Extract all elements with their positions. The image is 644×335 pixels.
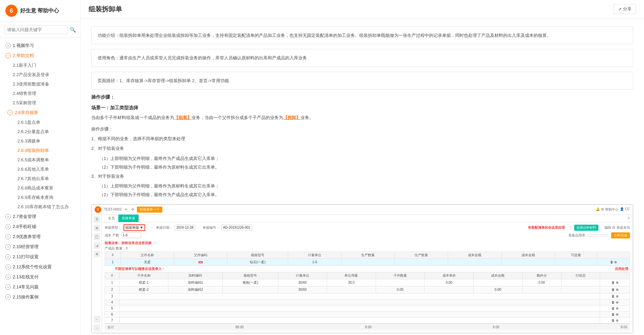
sidebar-item-cases[interactable]: + 2.15操作案例 xyxy=(0,292,80,302)
content-area: 功能介绍：组装拆卸单用来处理企业组装或拆卸等加工业务，支持有固定装配清单的产品加… xyxy=(80,18,644,335)
sidebar-sub-stock-error[interactable]: 2.6.10库存账本错了怎么办 xyxy=(0,202,80,212)
sidebar-label-print: 2.11打印设置 xyxy=(13,254,39,260)
lower-table-row-2: 2 橙柔-2 加料编码2 30/60 0.00 0.00 xyxy=(105,286,630,293)
search-input[interactable] xyxy=(4,25,68,34)
warehouse-label: 装备品用库 xyxy=(569,233,585,237)
sidebar-item-online-pay[interactable]: + 2.13在线支付 xyxy=(0,272,80,282)
sidebar-sub-stocktake[interactable]: 2.6.1盘点单 xyxy=(0,118,80,127)
app-left-icon-3: 📋 xyxy=(94,233,100,240)
count-input[interactable]: 1-6 xyxy=(121,232,141,238)
app-screenshot: 6 TEST-H002 ▼ ⟳ 切换菜单一下 🔔 ⊞ 帮助中心 👤 CC xyxy=(92,205,633,333)
lower-cell-unit-qty-2 xyxy=(327,286,376,293)
sidebar-item-mobile[interactable]: + 2.8手机旺铺 xyxy=(0,222,80,232)
app-tab-new[interactable]: 新建单据 xyxy=(118,215,139,222)
scenario1-title: 场景一：加工类型选择 xyxy=(91,105,633,111)
app-icon-apps: ⊞ xyxy=(601,207,604,212)
lower-cell-num-2: 2 xyxy=(105,286,119,293)
sidebar-sub-install[interactable]: 2.2产品安装及登录 xyxy=(0,70,80,79)
share-button[interactable]: ↗ 分享 xyxy=(613,4,636,14)
sidebar-sub-assembly[interactable]: 2.6.4组装拆卸单 xyxy=(0,146,80,155)
step3-sub1: （1）上部明细为父件明细，最终作为原材料生成其它出库单； xyxy=(99,182,633,190)
inventory-expand-icon: − xyxy=(7,110,13,115)
upper-cell-qty1-1 xyxy=(341,259,395,266)
app-name: 好生意 帮助中心 xyxy=(20,7,59,14)
app-form-row1: 单据类型： 组装单据 ▼ 单据日期： 2019-12-28 单据编号： AD-2… xyxy=(105,224,630,231)
mobile-expand-icon: + xyxy=(5,224,11,229)
date-label: 单据日期： xyxy=(156,225,173,230)
share-icon: ↗ xyxy=(618,7,622,12)
lower-cell-cost-price-1: 0.00 xyxy=(425,279,474,286)
lower-cell-empty-7 xyxy=(119,317,600,323)
sidebar-label-coupon: 2.9优惠券管理 xyxy=(13,234,41,240)
sidebar-item-inventory[interactable]: − 2.6库存核算 xyxy=(0,108,80,118)
annotation-flexible: 不固定清单可以随意在这里录入 xyxy=(115,267,162,271)
app-icons-area: 🔔 ⊞ 帮助中心 👤 CC xyxy=(596,207,630,212)
sidebar-item-finance[interactable]: + 2.7资金管理 xyxy=(0,212,80,222)
upper-cell-action-1: 🗑 ⊕ xyxy=(597,259,630,266)
sidebar-item-personalize[interactable]: + 2.12系统个性化设置 xyxy=(0,262,80,272)
sidebar-sub-other-in[interactable]: 2.6.6其他入库单 xyxy=(0,165,80,174)
search-button[interactable]: 🔍 xyxy=(70,27,76,33)
lower-cell-num-4: 4 xyxy=(105,299,119,305)
annotation-area2: 组装业务、拆卸业务在这里切换 ↑ xyxy=(105,240,630,245)
code-input[interactable]: AD-20191226-001 xyxy=(221,225,252,230)
steps-sub-title: 操作步骤： xyxy=(91,125,633,133)
sidebar-item-ops[interactable]: + 2.10经营管理 xyxy=(0,242,80,252)
app-company: TEST-H002 xyxy=(104,208,121,211)
lower-cell-cost-price-2 xyxy=(425,286,474,293)
type-select[interactable]: 组装单据 ▼ xyxy=(123,224,145,231)
sidebar-label-inventory: 2.6库存核算 xyxy=(15,110,38,116)
upper-th-cost1: 成本金额 xyxy=(448,252,501,259)
step2-sub2: （2）下部明细为子件明细，最终作为原材料生成其它出库单。 xyxy=(99,163,633,171)
annotation-area3: 不固定清单可以随意在这里录入 ↑ 启用处理 ↑ xyxy=(105,267,630,271)
sidebar-sub-data-prep[interactable]: 2.3使用前数据准备 xyxy=(0,79,80,89)
save-immediately-btn[interactable]: 立即完成 xyxy=(611,232,630,238)
lower-cell-unit-qty-1: 30.0 xyxy=(327,279,376,286)
lower-cell-status-2 xyxy=(561,286,600,293)
app-help-text: 帮助中心 xyxy=(605,207,619,212)
bottom-total-val1: 88.00 xyxy=(235,325,244,329)
sidebar-sub-cost-adjust[interactable]: 2.6.5成本调整单 xyxy=(0,155,80,165)
sidebar-sub-sales[interactable]: 2.4销售管理 xyxy=(0,89,80,98)
lower-cell-spec-2 xyxy=(223,286,278,293)
app-main-content: 全员 新建单据 ✕ 单据类型： 组装单据 ▼ xyxy=(102,215,633,333)
lower-th-extra: 额外分 xyxy=(522,272,561,279)
sidebar-sub-stock-query[interactable]: 2.6.9库存账本查询 xyxy=(0,193,80,202)
upper-th-qty2: 生产数量 xyxy=(395,252,448,259)
lower-cell-actions-5: 🗑 ⊕ xyxy=(600,305,630,311)
sidebar-label-mobile: 2.8手机旺铺 xyxy=(13,224,36,230)
lower-cell-extra-1: 0.00 xyxy=(522,279,561,286)
lower-cell-spec-1: 规格(一柔) xyxy=(223,279,278,286)
warehouse-input[interactable] xyxy=(588,234,608,236)
sidebar-item-faq[interactable]: + 2.14常见问题 xyxy=(0,282,80,292)
sidebar-sub-other-out[interactable]: 2.6.7其他出库单 xyxy=(0,174,80,183)
lower-cell-code-1: 加料编码1 xyxy=(168,279,222,286)
date-input[interactable]: 2019-12-28 xyxy=(175,225,195,230)
lower-table-row-4: 4 🗑 ⊕ xyxy=(105,299,630,305)
app-close-btn[interactable]: ✕ xyxy=(627,216,630,220)
path-block: 页面路径：1、库存核算->库存管理->组装拆卸单 2、首页->常用功能 xyxy=(91,72,633,90)
top-bar: 组装拆卸单 ↗ 分享 xyxy=(80,0,644,18)
sidebar-item-print[interactable]: + 2.11打印设置 xyxy=(0,252,80,262)
sidebar-item-video[interactable]: + 1.视频学习 xyxy=(0,41,80,51)
lower-cell-actions-1: 🗑 ⊕ xyxy=(600,279,630,286)
app-nav-button[interactable]: 切换菜单一下 xyxy=(137,207,162,213)
sidebar-sub-purchase[interactable]: 2.5采购管理 xyxy=(0,98,80,108)
sidebar-item-docs[interactable]: − 2.帮助文档 xyxy=(0,51,80,61)
upper-th-name: 父件名称 xyxy=(121,252,174,259)
sidebar-item-coupon[interactable]: + 2.9优惠券管理 xyxy=(0,232,80,242)
main-content: 组装拆卸单 ↗ 分享 功能介绍：组装拆卸单用来处理企业组装或拆卸等加工业务，支持… xyxy=(80,0,644,335)
sidebar-sub-adjust[interactable]: 2.6.3调拨单 xyxy=(0,136,80,146)
lower-cell-extra-2 xyxy=(522,286,561,293)
select-bom-btn[interactable]: 选择品种材料 xyxy=(574,225,598,231)
sidebar-sub-stock-split[interactable]: 2.6.2分量盘点单 xyxy=(0,127,80,136)
lower-th-num: # xyxy=(105,272,119,279)
sidebar-sub-goods-cost[interactable]: 2.6.8商品成本重算 xyxy=(0,183,80,193)
finance-expand-icon: + xyxy=(5,214,11,219)
lower-th-actions xyxy=(600,272,630,279)
sidebar-sub-newcomer[interactable]: 2.1新手入门 xyxy=(0,61,80,70)
app-tab-all[interactable]: 全员 xyxy=(105,215,118,222)
lower-cell-cost-amt-1 xyxy=(474,279,523,286)
lower-cell-code-2: 加料编码2 xyxy=(168,286,222,293)
app-refresh-icon: ⟳ xyxy=(131,208,134,211)
